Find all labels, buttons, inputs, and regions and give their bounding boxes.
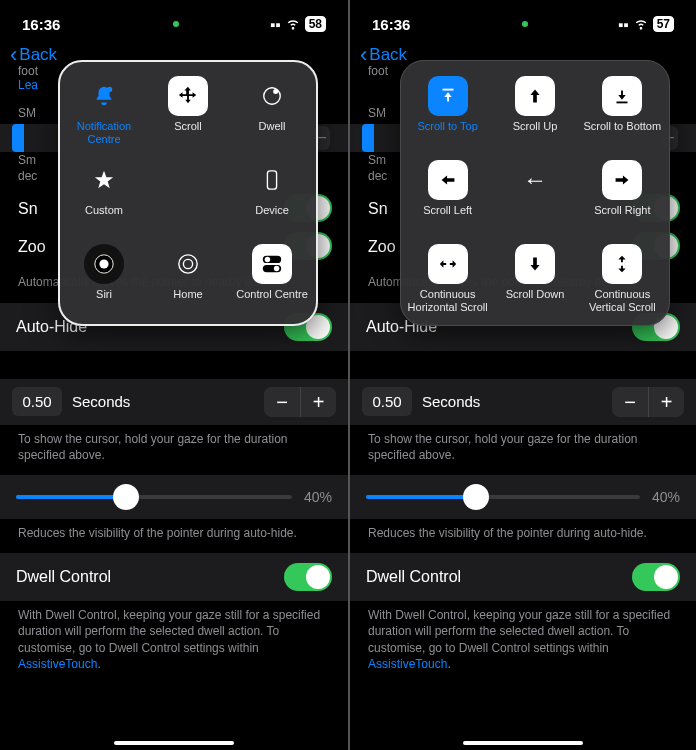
scroll-icon <box>168 76 208 116</box>
dwell-switch[interactable] <box>284 563 332 591</box>
segment-active-fragment[interactable] <box>362 124 374 152</box>
assistivetouch-link[interactable]: AssistiveTouch <box>368 657 447 671</box>
menu-home[interactable]: Home <box>146 242 230 316</box>
svg-rect-3 <box>267 171 276 189</box>
svg-point-7 <box>183 259 192 268</box>
arrow-up-icon <box>515 76 555 116</box>
svg-point-11 <box>274 266 280 272</box>
back-arrow-icon: ← <box>515 160 555 200</box>
opacity-caption: Reduces the visibility of the pointer du… <box>350 519 696 553</box>
stepper-plus[interactable]: + <box>300 387 336 417</box>
dwell-label: Dwell Control <box>16 568 111 586</box>
svg-point-6 <box>179 255 197 273</box>
star-icon <box>84 160 124 200</box>
vertical-scroll-icon <box>602 244 642 284</box>
wifi-icon <box>633 15 649 34</box>
menu-siri[interactable]: Siri <box>62 242 146 316</box>
assistivetouch-menu: Notification Centre Scroll Dwell Custom <box>58 60 318 326</box>
stepper-minus[interactable]: − <box>264 387 300 417</box>
chevron-left-icon: ‹ <box>10 44 17 66</box>
menu-device[interactable]: Device <box>230 158 314 232</box>
dwell-row: Dwell Control <box>350 553 696 601</box>
menu-continuous-vertical[interactable]: Continuous Vertical Scroll <box>579 242 666 316</box>
arrow-left-icon <box>428 160 468 200</box>
scroll-bottom-icon <box>602 76 642 116</box>
status-dot-icon <box>522 21 528 27</box>
dwell-caption: With Dwell Control, keeping your gaze st… <box>0 601 348 684</box>
device-icon <box>252 160 292 200</box>
menu-scroll-to-bottom[interactable]: Scroll to Bottom <box>579 74 666 148</box>
dwell-switch[interactable] <box>632 563 680 591</box>
seconds-value: 0.50 <box>362 387 412 416</box>
row-snap-label: Sn <box>18 200 38 218</box>
opacity-row: 40% <box>350 475 696 519</box>
seconds-unit: Seconds <box>72 393 254 410</box>
seconds-caption: To show the cursor, hold your gaze for t… <box>350 425 696 475</box>
seconds-row: 0.50 Seconds − + <box>0 379 348 425</box>
back-label: Back <box>369 45 407 65</box>
slider-thumb[interactable] <box>113 484 139 510</box>
dwell-label: Dwell Control <box>366 568 461 586</box>
menu-notification-centre[interactable]: Notification Centre <box>62 74 146 148</box>
menu-continuous-horizontal[interactable]: Continuous Horizontal Scroll <box>404 242 491 316</box>
status-right: ▪▪ 58 <box>270 15 326 34</box>
stepper-plus[interactable]: + <box>648 387 684 417</box>
dwell-icon <box>252 76 292 116</box>
opacity-slider[interactable] <box>366 495 640 499</box>
signal-icon: ▪▪ <box>618 16 629 33</box>
menu-empty <box>146 158 230 232</box>
svg-point-2 <box>274 90 278 94</box>
battery-icon: 57 <box>653 16 674 32</box>
dwell-row: Dwell Control <box>0 553 348 601</box>
opacity-slider[interactable] <box>16 495 292 499</box>
segment-active-fragment[interactable] <box>12 124 24 152</box>
row-zoom-label: Zoo <box>368 238 396 256</box>
menu-scroll-up[interactable]: Scroll Up <box>491 74 578 148</box>
opacity-caption: Reduces the visibility of the pointer du… <box>0 519 348 553</box>
opacity-row: 40% <box>0 475 348 519</box>
seconds-stepper: − + <box>612 387 684 417</box>
menu-scroll-right[interactable]: Scroll Right <box>579 158 666 232</box>
svg-rect-13 <box>617 102 628 104</box>
menu-scroll-to-top[interactable]: Scroll to Top <box>404 74 491 148</box>
menu-custom[interactable]: Custom <box>62 158 146 232</box>
status-bar: 16:36 ▪▪ 57 <box>350 0 696 40</box>
status-bar: 16:36 ▪▪ 58 <box>0 0 348 40</box>
menu-back[interactable]: ← <box>491 158 578 232</box>
stepper-minus[interactable]: − <box>612 387 648 417</box>
wifi-icon <box>285 15 301 34</box>
row-snap-label: Sn <box>368 200 388 218</box>
svg-point-9 <box>265 257 271 263</box>
menu-control-centre[interactable]: Control Centre <box>230 242 314 316</box>
home-icon <box>168 244 208 284</box>
status-time: 16:36 <box>372 16 432 33</box>
menu-scroll-down[interactable]: Scroll Down <box>491 242 578 316</box>
opacity-value: 40% <box>304 489 332 505</box>
arrow-down-icon <box>515 244 555 284</box>
status-dot-icon <box>173 21 179 27</box>
arrow-right-icon <box>602 160 642 200</box>
siri-icon <box>84 244 124 284</box>
horizontal-scroll-icon <box>428 244 468 284</box>
home-indicator[interactable] <box>114 741 234 745</box>
svg-point-0 <box>107 87 113 93</box>
menu-dwell[interactable]: Dwell <box>230 74 314 148</box>
dwell-caption: With Dwell Control, keeping your gaze st… <box>350 601 696 684</box>
bell-icon <box>84 76 124 116</box>
slider-thumb[interactable] <box>463 484 489 510</box>
seconds-unit: Seconds <box>422 393 602 410</box>
svg-rect-12 <box>442 89 453 91</box>
assistivetouch-link[interactable]: AssistiveTouch <box>18 657 97 671</box>
status-right: ▪▪ 57 <box>618 15 674 34</box>
scroll-top-icon <box>428 76 468 116</box>
row-zoom-label: Zoo <box>18 238 46 256</box>
menu-scroll-left[interactable]: Scroll Left <box>404 158 491 232</box>
home-indicator[interactable] <box>463 741 583 745</box>
seconds-caption: To show the cursor, hold your gaze for t… <box>0 425 348 475</box>
seconds-stepper: − + <box>264 387 336 417</box>
scroll-submenu: Scroll to Top Scroll Up Scroll to Bottom… <box>400 60 670 326</box>
status-time: 16:36 <box>22 16 82 33</box>
menu-scroll[interactable]: Scroll <box>146 74 230 148</box>
svg-point-5 <box>99 259 108 268</box>
back-label: Back <box>19 45 57 65</box>
